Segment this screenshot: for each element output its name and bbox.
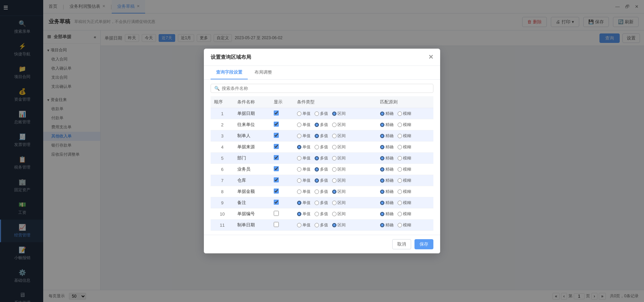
- dialog-search-bar: 🔍: [211, 84, 433, 93]
- radio-match-精确[interactable]: 精确: [380, 144, 394, 150]
- row-condition-name: 往来单位: [234, 119, 270, 130]
- row-match-cell: 精确模糊: [377, 186, 433, 197]
- table-row: 8单据金额单值多值区间精确模糊: [211, 186, 433, 197]
- radio-type-单值[interactable]: 单值: [297, 222, 311, 228]
- show-checkbox[interactable]: [274, 122, 279, 127]
- radio-match-模糊[interactable]: 模糊: [398, 200, 411, 206]
- radio-type-区间[interactable]: 区间: [332, 167, 346, 172]
- row-condition-type-cell: 单值多值区间: [294, 153, 377, 164]
- row-show-cell: [270, 197, 294, 208]
- radio-type-区间[interactable]: 区间: [332, 200, 346, 206]
- radio-type-区间[interactable]: 区间: [332, 111, 346, 117]
- row-show-cell: [270, 220, 294, 231]
- radio-type-单值[interactable]: 单值: [297, 189, 311, 195]
- radio-type-单值[interactable]: 单值: [297, 122, 311, 128]
- dialog-save-button[interactable]: 保存: [414, 239, 433, 249]
- show-checkbox[interactable]: [274, 222, 279, 227]
- show-checkbox[interactable]: [274, 133, 279, 138]
- radio-type-单值[interactable]: 单值: [297, 211, 311, 217]
- row-show-cell: [270, 142, 294, 153]
- radio-match-精确[interactable]: 精确: [380, 222, 394, 228]
- table-row: 2往来单位单值多值区间精确模糊: [211, 119, 433, 130]
- row-match-cell: 精确模糊: [377, 220, 433, 231]
- row-condition-name: 单据编号: [234, 208, 270, 220]
- radio-type-区间[interactable]: 区间: [332, 155, 346, 161]
- radio-type-多值[interactable]: 多值: [315, 155, 328, 161]
- radio-type-区间[interactable]: 区间: [332, 133, 346, 139]
- radio-type-区间[interactable]: 区间: [332, 211, 346, 217]
- show-checkbox[interactable]: [274, 200, 279, 205]
- radio-type-单值[interactable]: 单值: [297, 178, 311, 183]
- radio-type-单值[interactable]: 单值: [297, 200, 311, 206]
- radio-type-区间[interactable]: 区间: [332, 144, 346, 150]
- radio-type-多值[interactable]: 多值: [315, 144, 328, 150]
- table-row: 3制单人单值多值区间精确模糊: [211, 130, 433, 142]
- radio-type-区间[interactable]: 区间: [332, 178, 346, 183]
- dialog-tab-layout[interactable]: 布局调整: [249, 66, 277, 79]
- row-show-cell: [270, 208, 294, 220]
- radio-type-多值[interactable]: 多值: [315, 211, 328, 217]
- radio-type-单值[interactable]: 单值: [297, 111, 311, 117]
- col-match: 匹配原则: [377, 96, 433, 108]
- radio-type-单值[interactable]: 单值: [297, 155, 311, 161]
- col-show: 显示: [270, 96, 294, 108]
- radio-match-精确[interactable]: 精确: [380, 111, 394, 117]
- radio-type-多值[interactable]: 多值: [315, 178, 328, 183]
- show-checkbox[interactable]: [274, 177, 279, 182]
- radio-type-区间[interactable]: 区间: [332, 189, 346, 195]
- radio-type-多值[interactable]: 多值: [315, 222, 328, 228]
- radio-type-多值[interactable]: 多值: [315, 133, 328, 139]
- radio-type-单值[interactable]: 单值: [297, 144, 311, 150]
- row-condition-type-cell: 单值多值区间: [294, 220, 377, 231]
- row-order: 3: [211, 130, 234, 142]
- radio-match-精确[interactable]: 精确: [380, 200, 394, 206]
- radio-match-精确[interactable]: 精确: [380, 133, 394, 139]
- radio-type-区间[interactable]: 区间: [332, 122, 346, 128]
- row-condition-type-cell: 单值多值区间: [294, 142, 377, 153]
- radio-match-模糊[interactable]: 模糊: [398, 111, 411, 117]
- radio-type-多值[interactable]: 多值: [315, 200, 328, 206]
- row-show-cell: [270, 119, 294, 130]
- radio-type-多值[interactable]: 多值: [315, 189, 328, 195]
- radio-match-精确[interactable]: 精确: [380, 122, 394, 128]
- table-row: 9备注单值多值区间精确模糊: [211, 197, 433, 208]
- radio-match-模糊[interactable]: 模糊: [398, 167, 411, 172]
- radio-match-模糊[interactable]: 模糊: [398, 122, 411, 128]
- show-checkbox[interactable]: [274, 110, 279, 116]
- dialog-search-input[interactable]: [222, 86, 430, 91]
- dialog-search-icon: 🔍: [214, 86, 220, 91]
- show-checkbox[interactable]: [274, 144, 279, 149]
- dialog-tab-query[interactable]: 查询字段设置: [211, 66, 248, 79]
- settings-table: 顺序 条件名称 显示 条件类型 匹配原则 1单据日期单值多值区间精确模糊2往来单…: [211, 96, 433, 231]
- radio-type-单值[interactable]: 单值: [297, 133, 311, 139]
- row-condition-type-cell: 单值多值区间: [294, 119, 377, 130]
- show-checkbox[interactable]: [274, 166, 279, 171]
- radio-match-精确[interactable]: 精确: [380, 155, 394, 161]
- row-condition-name: 业务员: [234, 164, 270, 175]
- radio-type-单值[interactable]: 单值: [297, 167, 311, 172]
- radio-match-模糊[interactable]: 模糊: [398, 155, 411, 161]
- show-checkbox[interactable]: [274, 211, 279, 216]
- table-row: 1单据日期单值多值区间精确模糊: [211, 108, 433, 119]
- radio-type-多值[interactable]: 多值: [315, 122, 328, 128]
- row-condition-name: 部门: [234, 153, 270, 164]
- radio-type-多值[interactable]: 多值: [315, 167, 328, 172]
- radio-match-模糊[interactable]: 模糊: [398, 189, 411, 195]
- radio-match-精确[interactable]: 精确: [380, 178, 394, 183]
- radio-type-多值[interactable]: 多值: [315, 111, 328, 117]
- show-checkbox[interactable]: [274, 155, 279, 160]
- radio-match-模糊[interactable]: 模糊: [398, 144, 411, 150]
- radio-match-精确[interactable]: 精确: [380, 189, 394, 195]
- radio-match-模糊[interactable]: 模糊: [398, 211, 411, 217]
- radio-match-模糊[interactable]: 模糊: [398, 178, 411, 183]
- radio-match-模糊[interactable]: 模糊: [398, 222, 411, 228]
- radio-match-精确[interactable]: 精确: [380, 211, 394, 217]
- radio-type-区间[interactable]: 区间: [332, 222, 346, 228]
- row-match-cell: 精确模糊: [377, 164, 433, 175]
- radio-match-精确[interactable]: 精确: [380, 167, 394, 172]
- show-checkbox[interactable]: [274, 188, 279, 194]
- dialog-close-button[interactable]: ✕: [428, 53, 433, 61]
- radio-match-模糊[interactable]: 模糊: [398, 133, 411, 139]
- cancel-button[interactable]: 取消: [392, 239, 411, 249]
- row-match-cell: 精确模糊: [377, 119, 433, 130]
